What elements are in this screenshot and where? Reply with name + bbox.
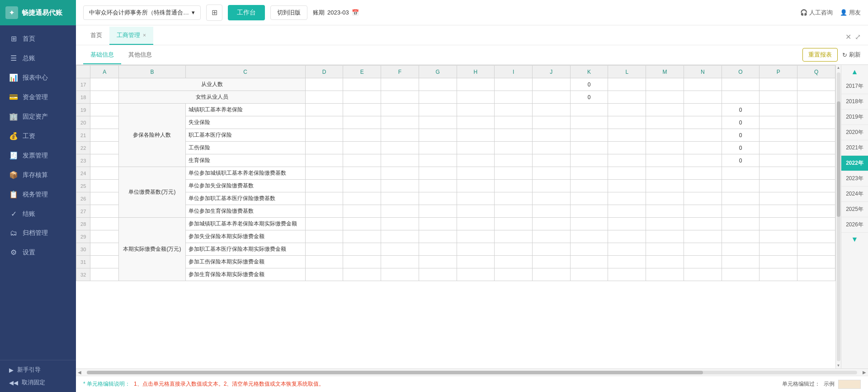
cell-m[interactable] (646, 180, 684, 192)
cell-h[interactable] (457, 154, 495, 167)
cell-k[interactable] (570, 243, 608, 256)
cell-p[interactable] (760, 205, 797, 218)
cell-m[interactable] (646, 78, 684, 91)
cell-l[interactable] (608, 218, 646, 230)
cell-h[interactable] (457, 218, 495, 230)
cell-l[interactable] (608, 78, 646, 91)
cell-b-merged[interactable]: 参保各险种人数 (119, 104, 186, 167)
year-item[interactable]: 2026年 (841, 217, 868, 233)
cell-g[interactable] (419, 167, 457, 180)
cell-f[interactable] (381, 129, 419, 142)
cell-q[interactable] (797, 167, 835, 180)
cell-e[interactable] (343, 180, 381, 192)
cell-o[interactable] (722, 205, 760, 218)
cell-p[interactable] (760, 180, 797, 192)
cell-q[interactable] (797, 268, 835, 281)
cell-a[interactable] (90, 268, 119, 281)
cell-a[interactable] (90, 192, 119, 205)
cell-h[interactable] (457, 256, 495, 268)
tab-basic-info[interactable]: 基础信息 (83, 46, 121, 64)
cell-k[interactable] (570, 129, 608, 142)
cell-i[interactable] (495, 167, 533, 180)
cell-k[interactable] (570, 192, 608, 205)
cell-h[interactable] (457, 167, 495, 180)
cell-m[interactable] (646, 256, 684, 268)
sidebar-item-archive[interactable]: 🗂 归档管理 (0, 224, 76, 243)
year-item[interactable]: 2022年 (841, 156, 868, 171)
cell-m[interactable] (646, 268, 684, 281)
cell-p[interactable] (760, 142, 797, 154)
cell-l[interactable] (608, 230, 646, 243)
cell-f[interactable] (381, 104, 419, 116)
cell-l[interactable] (608, 180, 646, 192)
cell-g[interactable] (419, 116, 457, 129)
workbench-button[interactable]: 工作台 (228, 5, 265, 20)
cell-i[interactable] (495, 180, 533, 192)
cell-n[interactable] (684, 192, 722, 205)
cell-c[interactable]: 参加生育保险本期实际缴费金额 (185, 268, 305, 281)
sidebar-item-ledger[interactable]: ☰ 总账 (0, 48, 76, 68)
cell-f[interactable] (381, 243, 419, 256)
year-panel-up[interactable]: ▲ (841, 65, 868, 79)
cell-h[interactable] (457, 78, 495, 91)
cell-a[interactable] (90, 142, 119, 154)
cell-o[interactable] (722, 91, 760, 104)
cell-a[interactable] (90, 154, 119, 167)
scroll-left-btn[interactable]: ◀ (76, 370, 83, 375)
cell-g[interactable] (419, 78, 457, 91)
cell-p[interactable] (760, 268, 797, 281)
cell-n[interactable] (684, 243, 722, 256)
cell-g[interactable] (419, 142, 457, 154)
cell-p[interactable] (760, 192, 797, 205)
cell-j[interactable] (533, 230, 571, 243)
tab-other-info[interactable]: 其他信息 (121, 46, 159, 64)
cell-n[interactable] (684, 78, 722, 91)
cell-c[interactable]: 参加工伤保险本期实际缴费金额 (185, 256, 305, 268)
cell-q[interactable] (797, 218, 835, 230)
cell-d[interactable] (305, 243, 343, 256)
cell-k[interactable] (570, 268, 608, 281)
cell-f[interactable] (381, 116, 419, 129)
cell-e[interactable] (343, 129, 381, 142)
cell-e[interactable] (343, 205, 381, 218)
year-item[interactable]: 2017年 (841, 79, 868, 94)
spreadsheet-container[interactable]: A B C D E F G H I J K L M (76, 65, 835, 368)
cell-o[interactable] (722, 243, 760, 256)
cell-i[interactable] (495, 91, 533, 104)
cell-p[interactable] (760, 218, 797, 230)
cell-l[interactable] (608, 167, 646, 180)
cell-b[interactable]: 从业人数 (119, 78, 305, 91)
cell-m[interactable] (646, 205, 684, 218)
cell-e[interactable] (343, 218, 381, 230)
cell-e[interactable] (343, 230, 381, 243)
cell-n[interactable] (684, 205, 722, 218)
cell-a[interactable] (90, 116, 119, 129)
cell-e[interactable] (343, 78, 381, 91)
cell-g[interactable] (419, 243, 457, 256)
cell-l[interactable] (608, 268, 646, 281)
cell-c[interactable]: 单位参加职工基本医疗保险缴费基数 (185, 192, 305, 205)
cell-q[interactable] (797, 78, 835, 91)
cell-m[interactable] (646, 116, 684, 129)
cell-q[interactable] (797, 192, 835, 205)
cell-k[interactable] (570, 218, 608, 230)
cell-o[interactable]: 0 (722, 142, 760, 154)
cell-h[interactable] (457, 129, 495, 142)
cell-g[interactable] (419, 91, 457, 104)
cell-o[interactable] (722, 230, 760, 243)
cell-i[interactable] (495, 230, 533, 243)
cell-n[interactable] (684, 129, 722, 142)
unpin-item[interactable]: ◀◀ 取消固定 (9, 378, 67, 387)
cell-j[interactable] (533, 192, 571, 205)
cell-e[interactable] (343, 192, 381, 205)
cell-f[interactable] (381, 230, 419, 243)
cell-i[interactable] (495, 154, 533, 167)
cell-m[interactable] (646, 167, 684, 180)
cell-j[interactable] (533, 167, 571, 180)
cell-c[interactable]: 参加失业保险本期实际缴费金额 (185, 230, 305, 243)
cell-c[interactable]: 单位参加失业保险缴费基数 (185, 180, 305, 192)
cell-c[interactable]: 参加职工基本医疗保险本期实际缴费金额 (185, 243, 305, 256)
sidebar-item-home[interactable]: ⊞ 首页 (0, 29, 76, 48)
cell-e[interactable] (343, 116, 381, 129)
new-guide-item[interactable]: ▶ 新手引导 (9, 366, 67, 374)
